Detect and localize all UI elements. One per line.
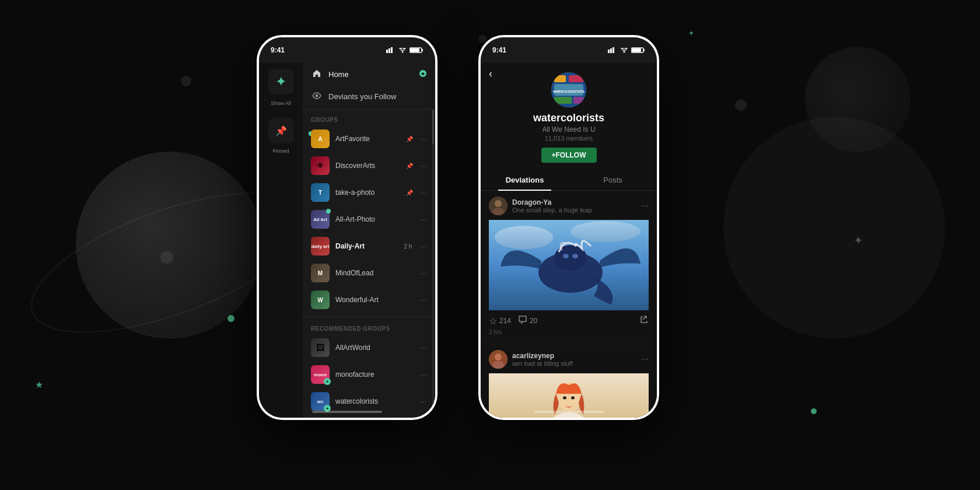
right-time: 9:41: [492, 46, 506, 54]
more-allartphoto[interactable]: ···: [420, 215, 427, 224]
group-name-artfavorite: ArtFavorite: [335, 135, 400, 143]
star-icon-1: ☆: [489, 316, 497, 327]
feed-item-2: acarlizeynep iam bad at titling stuff ··…: [481, 344, 657, 418]
more-wonderfulart[interactable]: ···: [420, 295, 427, 304]
pinned-button[interactable]: 📌: [268, 118, 294, 144]
group-name-monofacture: monofacture: [335, 370, 414, 379]
group-allartphoto[interactable]: All Art All-Art-Photo ···: [303, 206, 435, 233]
group-name-dailyart: Daily-Art: [335, 242, 398, 250]
left-home-indicator: [312, 411, 382, 413]
follow-button[interactable]: +FOLLOW: [541, 148, 597, 163]
svg-text:watercolorists: watercolorists: [552, 89, 585, 94]
tab-deviations[interactable]: Deviations: [481, 170, 569, 190]
bg-planet-2: [805, 47, 910, 152]
more-dailyart[interactable]: ···: [420, 242, 427, 251]
profile-members: 11,013 members: [545, 135, 593, 142]
group-name-mindoflead: MindOfLead: [335, 269, 414, 277]
more-discoverarts[interactable]: ···: [420, 161, 427, 170]
more-allartworld[interactable]: ···: [420, 343, 427, 352]
group-takeaphoto[interactable]: T take-a-photo 📌 ···: [303, 179, 435, 206]
svg-rect-10: [608, 50, 610, 53]
pin-discoverarts: 📌: [406, 163, 413, 169]
da-logo-icon: ✦: [276, 75, 286, 89]
sidebar-logo[interactable]: ✦: [268, 69, 294, 94]
right-notch: [531, 37, 607, 54]
left-sidebar: ✦ Show All 📌 Pinned: [259, 63, 303, 418]
share-button-1[interactable]: [639, 315, 649, 327]
nav-home[interactable]: Home ✦: [303, 63, 435, 86]
feed-more-1[interactable]: ···: [641, 201, 649, 211]
groups-section-label: GROUPS: [303, 112, 435, 125]
profile-header: watercolorists watercolorists All We Nee…: [481, 63, 657, 170]
group-thumb-mindoflead: M: [311, 264, 330, 282]
feed-user-info-2: acarlizeynep iam bad at titling stuff: [512, 352, 636, 367]
comment-icon-1: [518, 315, 527, 327]
group-mindoflead[interactable]: M MindOfLead ···: [303, 260, 435, 286]
scroll-track[interactable]: [432, 110, 434, 406]
pin-artfavorite: 📌: [406, 136, 413, 142]
group-thumb-allartworld: 🖼: [311, 338, 330, 357]
feed-item-1-header: Doragon-Ya One small step, a huge leap ·…: [489, 197, 649, 215]
group-thumb-dailyart: daily art: [311, 237, 330, 256]
svg-rect-16: [632, 48, 641, 52]
bg-star-2: ★: [35, 379, 43, 390]
more-artfavorite[interactable]: ···: [420, 134, 427, 144]
group-dailyart[interactable]: daily art Daily-Art 2 h ···: [303, 233, 435, 260]
recommended-section-label: RECOMMENDED GROUPS: [303, 321, 435, 334]
group-wonderfulart[interactable]: W Wonderful-Art ···: [303, 286, 435, 313]
group-thumb-artfavorite: A: [311, 130, 330, 148]
time-label-1: 2 hrs: [489, 329, 649, 338]
more-takeaphoto[interactable]: ···: [420, 188, 427, 197]
svg-rect-20: [554, 75, 566, 82]
more-monofacture[interactable]: ···: [420, 370, 427, 379]
left-notch: [309, 37, 385, 54]
svg-point-29: [570, 221, 640, 242]
avatar-image: watercolorists: [551, 72, 586, 107]
back-button[interactable]: ‹: [489, 68, 492, 80]
profile-avatar: watercolorists: [551, 72, 586, 107]
avatar-acarlizeynep: [489, 350, 508, 369]
deviants-follow-label: Deviants you Follow: [328, 92, 396, 101]
home-label: Home: [328, 70, 349, 79]
right-status-icons: [608, 47, 645, 54]
feed-subtitle-1: One small step, a huge leap: [512, 206, 636, 214]
more-mindoflead[interactable]: ···: [420, 268, 427, 278]
pinned-label: Pinned: [272, 148, 289, 154]
more-watercolorists-left[interactable]: ···: [420, 397, 427, 406]
time-dailyart: 2 h: [404, 243, 412, 250]
bg-planet-1: [76, 152, 262, 338]
group-discoverarts[interactable]: 👁 DiscoverArts 📌 ···: [303, 152, 435, 179]
like-button-1[interactable]: ☆ 214: [489, 316, 511, 327]
show-all-label: Show All: [271, 100, 291, 106]
svg-rect-2: [391, 47, 393, 53]
svg-point-39: [563, 397, 566, 400]
svg-rect-6: [410, 48, 419, 52]
nav-deviants-follow[interactable]: Deviants you Follow: [303, 86, 435, 107]
group-name-watercolorists-left: watercolorists: [335, 397, 414, 405]
group-allartworld[interactable]: 🖼 AllArtWorld ···: [303, 334, 435, 361]
pin-takeaphoto: 📌: [406, 190, 413, 196]
group-monofacture[interactable]: mono + monofacture ···: [303, 361, 435, 388]
comment-button-1[interactable]: 20: [518, 315, 537, 327]
group-artfavorite[interactable]: A ArtFavorite 📌 ···: [303, 125, 435, 152]
right-phone-frame: 9:41 ‹ watercolorists: [478, 35, 659, 420]
svg-rect-22: [554, 97, 572, 104]
home-icon: [311, 69, 323, 80]
svg-point-33: [572, 254, 578, 258]
svg-text:✦: ✦: [421, 71, 425, 77]
left-status-icons: [386, 47, 424, 54]
svg-rect-15: [643, 49, 645, 51]
group-thumb-discoverarts: 👁: [311, 156, 330, 175]
group-name-allartworld: AllArtWorld: [335, 344, 414, 352]
feed-more-2[interactable]: ···: [641, 354, 649, 365]
rec-divider: [303, 317, 435, 317]
svg-point-28: [495, 226, 553, 249]
artwork-1[interactable]: [489, 220, 649, 310]
tab-posts[interactable]: Posts: [569, 170, 657, 190]
svg-point-3: [402, 51, 404, 53]
like-count-1: 214: [499, 317, 511, 325]
svg-rect-21: [569, 75, 583, 82]
feed-item-2-header: acarlizeynep iam bad at titling stuff ··…: [489, 350, 649, 369]
svg-point-32: [563, 254, 569, 258]
artwork-placeholder-1: [489, 220, 649, 310]
